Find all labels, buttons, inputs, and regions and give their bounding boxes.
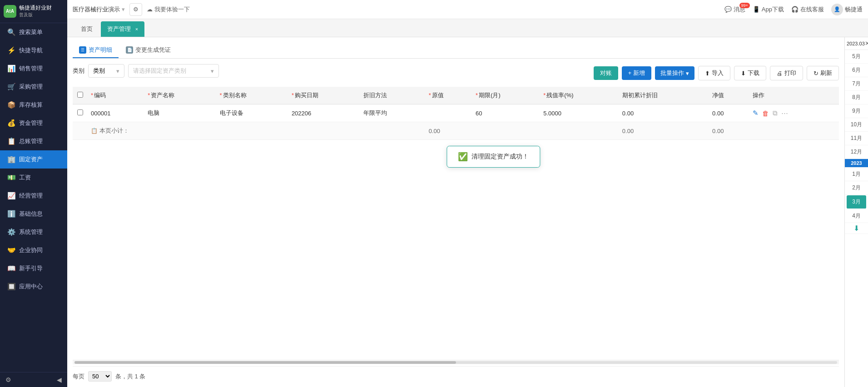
copy-icon[interactable]: ⧉ [773,109,778,117]
cal-month-3-current[interactable]: 3月 [847,195,866,209]
category-filter-label: 类别 [73,67,84,75]
row-net-value: 0.00 [709,104,749,122]
sidebar-item-quicknav[interactable]: ⚡ 快捷导航 [0,41,67,60]
subtotal-actions [749,122,839,140]
company-settings-button[interactable]: ⚙ [129,3,142,16]
main-content: ☰ 资产明细 📄 变更生成凭证 类别 类别 ▾ [67,37,844,387]
category-type-select[interactable]: 类别 ▾ [88,64,124,78]
gear-icon: ⚙ [133,6,139,13]
company-selector[interactable]: 医疗器械行业演示 ▾ [73,5,125,14]
chevron-down-icon: ▾ [116,68,119,74]
cal-month-11[interactable]: 11月 [845,132,868,145]
add-button[interactable]: + 新增 [622,66,651,80]
cal-month-2[interactable]: 2月 [845,181,868,195]
sidebar-item-label: 基础信息 [19,210,43,218]
table-header-checkbox[interactable] [73,87,87,104]
sidebar-item-label: 资金管理 [19,119,43,127]
cal-month-5[interactable]: 5月 [845,50,868,64]
cal-month-10[interactable]: 10月 [845,118,868,132]
tab-bar: 首页 资产管理 × [67,19,868,37]
sidebar-item-finance[interactable]: 💰 资金管理 [0,114,67,132]
per-page-label: 每页 [73,372,84,381]
guide-icon: 📖 [7,264,15,273]
cal-month-12[interactable]: 12月 [845,145,868,159]
row-period: 60 [472,104,540,122]
print-button[interactable]: 🖨 打印 [770,66,803,80]
download-button[interactable]: ⬇ 下载 [734,66,766,80]
reconcile-button[interactable]: 对账 [594,66,618,80]
subtotal-label: 📋 本页小计： [87,122,360,140]
row-checkbox[interactable] [77,109,83,115]
sidebar-item-label: 总账管理 [19,137,43,145]
tab-home[interactable]: 首页 [74,21,99,37]
home-label: 首页 [81,25,93,32]
messages-badge: 99+ [739,3,750,8]
cal-month-8[interactable]: 8月 [845,91,868,104]
collapse-icon[interactable]: ◀ [57,376,62,383]
batch-operations-button[interactable]: 批量操作 ▾ [655,66,694,80]
sidebar-item-label: 新手引导 [19,264,43,273]
online-service-button[interactable]: 🎧 在线客服 [791,5,824,14]
sidebar-item-management[interactable]: 📈 经营管理 [0,187,67,205]
download-icon: ⬇ [741,70,746,77]
sub-tab-asset-detail[interactable]: ☰ 资产明细 [73,43,119,58]
basicinfo-icon: ℹ️ [7,210,15,218]
print-icon: 🖨 [777,70,783,77]
app-download-button[interactable]: 📱 App下载 [753,5,784,14]
sidebar-item-collab[interactable]: 🤝 企业协同 [0,241,67,259]
sidebar: AtA 畅捷通好业财 普及版 🔍 搜索菜单 ⚡ 快捷导航 📊 销售管理 🛒 采购… [0,0,67,387]
app-title: 畅捷通好业财 [19,5,52,12]
sidebar-item-inventory[interactable]: 📦 库存核算 [0,96,67,114]
experience-label: 我要体验一下 [154,5,190,14]
user-name: 畅捷通 [845,5,863,14]
success-toast: ✅ 清理固定资产成功！ [446,146,540,168]
row-actions: ✎ 🗑 ⧉ ⋯ [749,104,839,122]
cal-month-9[interactable]: 9月 [845,104,868,118]
sidebar-item-basicinfo[interactable]: ℹ️ 基础信息 [0,205,67,223]
edit-icon[interactable]: ✎ [753,109,759,117]
select-all-checkbox[interactable] [77,92,83,98]
toolbar-left: 类别 类别 ▾ 请选择固定资产类别 ▾ [73,64,219,82]
tab-close-icon[interactable]: × [135,26,138,32]
table-header-code: *编码 [87,87,144,104]
category-search-select[interactable]: 请选择固定资产类别 ▾ [128,64,219,78]
calendar-close-button[interactable]: ✕ [865,40,868,47]
user-menu[interactable]: 👤 畅捷通 [831,4,863,15]
refresh-button[interactable]: ↻ 刷新 [807,66,839,80]
sidebar-item-search[interactable]: 🔍 搜索菜单 [0,23,67,41]
finance-icon: 💰 [7,119,15,127]
cal-scroll-down[interactable]: ⬇ [845,223,868,234]
fixed-assets-icon: 🏢 [7,155,15,164]
tab-asset-management[interactable]: 资产管理 × [101,21,144,37]
cal-month-4[interactable]: 4月 [845,209,868,223]
cal-month-7[interactable]: 7月 [845,77,868,91]
scrollbar-thumb[interactable] [74,361,456,364]
sidebar-item-ledger[interactable]: 📋 总账管理 [0,132,67,150]
pagination: 每页 50 100 200 条，共 1 条 [73,366,839,382]
horizontal-scrollbar[interactable] [73,360,839,364]
asset-table: *编码 *资产名称 *类别名称 *购买日期 折旧方法 [73,87,839,140]
more-icon[interactable]: ⋯ [781,109,788,117]
import-button[interactable]: ⬆ 导入 [698,66,730,80]
cal-month-6[interactable]: 6月 [845,64,868,77]
sidebar-item-sales[interactable]: 📊 销售管理 [0,60,67,78]
category-placeholder: 请选择固定资产类别 [133,67,186,75]
sidebar-item-appcenter[interactable]: 🔲 应用中心 [0,278,67,296]
messages-button[interactable]: 💬 消息 99+ [724,5,745,14]
cal-month-1[interactable]: 1月 [845,168,868,181]
calendar-year-month: 2023.03 [847,41,865,46]
delete-icon[interactable]: 🗑 [762,109,769,117]
table-header-net-value: 净值 [709,87,749,104]
sub-tab-voucher[interactable]: 📄 变更生成凭证 [119,43,177,58]
sidebar-item-salary[interactable]: 💵 工资 [0,169,67,187]
sidebar-item-guide[interactable]: 📖 新手引导 [0,259,67,278]
subtotal-accumulated: 0.00 [619,122,709,140]
row-checkbox-cell[interactable] [73,104,87,122]
sidebar-item-fixed-assets[interactable]: 🏢 固定资产 [0,150,67,169]
experience-button[interactable]: ☁ 我要体验一下 [147,5,190,14]
per-page-select[interactable]: 50 100 200 [88,371,112,382]
subtotal-residual [540,122,619,140]
sidebar-item-sysadmin[interactable]: ⚙️ 系统管理 [0,223,67,241]
sidebar-item-purchase[interactable]: 🛒 采购管理 [0,78,67,96]
settings-icon[interactable]: ⚙ [5,376,11,383]
